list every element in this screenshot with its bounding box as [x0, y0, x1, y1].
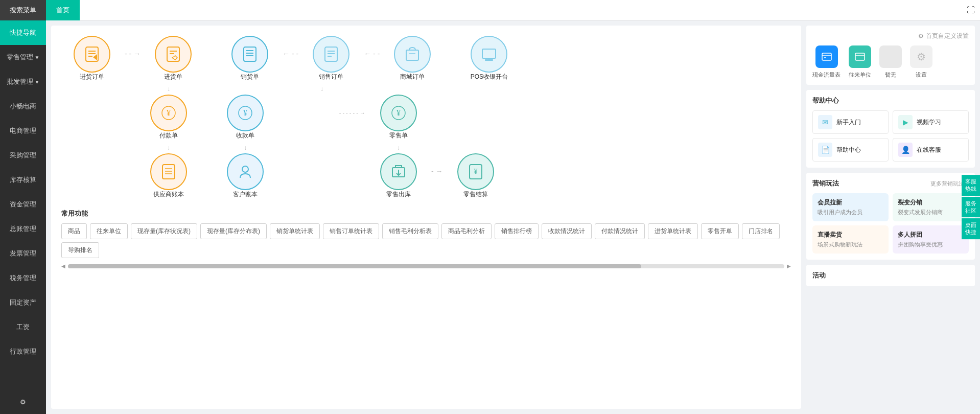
sidebar-item-ecom-small[interactable]: 小畅电商 [0, 94, 46, 119]
qa-item-settings[interactable]: ⚙ 设置 [910, 45, 932, 79]
node-shangcheng[interactable]: 商城订单 [382, 36, 443, 81]
arrow-right-1: - - → [123, 50, 143, 68]
sidebar: 快捷导航 零售管理 ▼ 批发管理 ▼ 小畅电商 电商管理 采购管理 库存核算 资… [0, 20, 46, 414]
node-lingji[interactable]: - - - - - - → ¥ 零售单 [368, 95, 429, 140]
func-xiancunliang2[interactable]: 现存量(库存分布表) [200, 223, 267, 239]
svg-text:¥: ¥ [243, 108, 247, 117]
node-pos[interactable]: POS收银开台 [458, 36, 520, 81]
sidebar-item-quicknav[interactable]: 快捷导航 [0, 20, 46, 45]
node-lingjichuku[interactable]: 零售出库 [368, 153, 429, 199]
func-xiaohuotongji[interactable]: 销货单统计表 [270, 223, 320, 239]
marketing-section: 营销玩法 更多营销玩法 > 会员拉新 吸引用户成为会员 裂变分销 裂变式发展分销… [806, 173, 975, 260]
func-shangpinmaoli[interactable]: 商品毛利分析 [441, 223, 492, 239]
sidebar-item-purchase[interactable]: 采购管理 [0, 143, 46, 168]
node-jinhuodingdan[interactable]: 进货订单 [61, 36, 123, 81]
svg-text:¥: ¥ [474, 168, 477, 175]
sidebar-item-wholesale[interactable]: 批发管理 ▼ [0, 70, 46, 94]
activity-section: 活动 [806, 265, 975, 286]
qa-item-empty[interactable]: 暂无 [879, 45, 902, 79]
scroll-thumb [68, 264, 641, 268]
v-arrow-5: ↓ [215, 144, 276, 151]
func-xiancunliang1[interactable]: 现存量(库存状况表) [131, 223, 197, 239]
marketing-live[interactable]: 直播卖货 场景式购物新玩法 [812, 225, 889, 254]
node-lingjiresult[interactable]: ¥ 零售结算 [445, 153, 506, 199]
float-desktop[interactable]: 桌面快捷 [962, 218, 980, 239]
svg-point-30 [242, 166, 248, 172]
right-panel: ⚙ 首页自定义设置 现金流量表 往来单位 [806, 26, 975, 409]
svg-rect-7 [244, 47, 256, 61]
sidebar-item-inventory[interactable]: 库存核算 [0, 168, 46, 192]
quick-access-section: ⚙ 首页自定义设置 现金流量表 往来单位 [806, 26, 975, 85]
qa-item-cashflow[interactable]: 现金流量表 [812, 45, 841, 79]
arrow-left-2: ← - - [362, 50, 382, 68]
empty-icon [879, 45, 902, 68]
v-arrow-6: ↓ [368, 144, 429, 151]
node-xiaohuodan[interactable]: 销货单 [219, 36, 281, 81]
help-online[interactable]: 👤 在线客服 [893, 138, 969, 162]
marketing-title: 营销玩法 [812, 179, 839, 188]
help-beginner[interactable]: ✉ 新手入门 [812, 110, 889, 134]
qa-setting[interactable]: ⚙ 首页自定义设置 [918, 32, 969, 40]
sidebar-item-asset[interactable]: 固定资产 [0, 290, 46, 315]
sidebar-item-ecom[interactable]: 电商管理 [0, 119, 46, 143]
arrow-right-2: - → [429, 167, 445, 186]
help-center[interactable]: 📄 帮助中心 [812, 138, 889, 162]
help-title: 帮助中心 [812, 96, 969, 105]
video-icon: ▶ [898, 115, 913, 129]
main-panel: 进货订单 - - → 进货单 [51, 26, 801, 409]
gear-icon: ⚙ [918, 33, 924, 40]
scroll-right[interactable]: ▶ [787, 263, 791, 269]
tab-home[interactable]: 首页 [46, 0, 80, 20]
qa-item-partner[interactable]: 往来单位 [849, 45, 871, 79]
search-menu[interactable]: 搜索菜单 [0, 0, 46, 20]
sidebar-item-admin[interactable]: 行政管理 [0, 339, 46, 364]
func-mendianpaihang[interactable]: 门店排名 [742, 223, 780, 239]
common-functions-grid: 商品 往来单位 现存量(库存状况表) 现存量(库存分布表) 销货单统计表 销售订… [61, 223, 791, 258]
scrollbar-row: ◀ ▶ [61, 263, 791, 269]
marketing-split[interactable]: 裂变分销 裂变式发展分销商 [893, 193, 969, 221]
func-xiaomaoli[interactable]: 销售毛利分析表 [382, 223, 438, 239]
sidebar-item-salary[interactable]: 工资 [0, 315, 46, 339]
v-arrow-3 [368, 85, 429, 93]
func-xiaoshoupaihang[interactable]: 销售排行榜 [495, 223, 539, 239]
sidebar-item-retail[interactable]: 零售管理 ▼ [0, 45, 46, 70]
scroll-left[interactable]: ◀ [61, 263, 65, 269]
node-kehu[interactable]: 客户账本 [215, 153, 276, 199]
node-fukuan[interactable]: ¥ 付款单 [138, 95, 199, 140]
svg-rect-38 [855, 53, 865, 60]
marketing-member[interactable]: 会员拉新 吸引用户成为会员 [812, 193, 889, 221]
node-gongyingshang[interactable]: 供应商账本 [138, 153, 199, 199]
sidebar-item-tax[interactable]: 税务管理 [0, 266, 46, 290]
svg-text:¥: ¥ [167, 108, 171, 117]
node-shoukuan[interactable]: ¥ 收款单 [215, 95, 276, 140]
help-section: 帮助中心 ✉ 新手入门 ▶ 视频学习 📄 帮助中心 👤 [806, 90, 975, 168]
fullscreen-button[interactable]: ⛶ [967, 6, 975, 15]
func-shoukuantongji[interactable]: 收款情况统计 [542, 223, 592, 239]
marketing-group[interactable]: 多人拼团 拼团购物享受优惠 [893, 225, 969, 254]
node-xiaoshoudingdan[interactable]: 销售订单 [300, 36, 362, 81]
func-daogoupaihang[interactable]: 导购排名 [61, 242, 99, 258]
node-jinhuodan[interactable]: 进货单 [143, 36, 204, 81]
func-jinhuotongji[interactable]: 进货单统计表 [648, 223, 698, 239]
help-video[interactable]: ▶ 视频学习 [893, 110, 969, 134]
svg-text:¥: ¥ [396, 108, 401, 117]
float-customer-service[interactable]: 客服热线 [962, 175, 980, 196]
func-lingjikaidan[interactable]: 零售开单 [701, 223, 739, 239]
func-wanglaidanwei[interactable]: 往来单位 [90, 223, 128, 239]
activity-title: 活动 [812, 271, 969, 280]
v-arrow-4: ↓ [138, 144, 199, 151]
float-community[interactable]: 服务社区 [962, 197, 980, 218]
svg-rect-35 [822, 53, 831, 60]
func-fukuantongji[interactable]: 付款情况统计 [595, 223, 645, 239]
func-xiaoshoutongji[interactable]: 销售订单统计表 [323, 223, 379, 239]
scroll-track[interactable] [68, 264, 784, 268]
svg-rect-17 [482, 49, 496, 58]
sidebar-item-invoice[interactable]: 发票管理 [0, 241, 46, 266]
sidebar-item-ledger[interactable]: 总账管理 [0, 217, 46, 241]
sidebar-item-finance[interactable]: 资金管理 [0, 192, 46, 217]
online-icon: 👤 [898, 143, 913, 157]
sidebar-settings[interactable]: ⚙ [0, 389, 46, 414]
svg-rect-18 [485, 59, 493, 61]
beginner-icon: ✉ [818, 115, 832, 129]
func-shangpin[interactable]: 商品 [61, 223, 87, 239]
